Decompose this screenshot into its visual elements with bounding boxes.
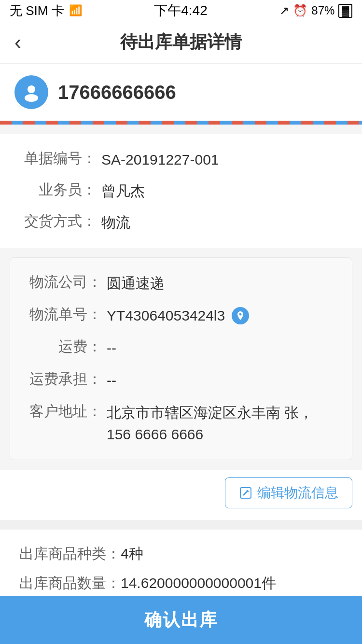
delivery-method-value: 物流	[97, 211, 343, 233]
customer-address-label: 客户地址：	[25, 402, 102, 421]
customer-card: 17666666666	[0, 64, 362, 121]
location-status-icon: ↗	[279, 4, 289, 17]
content-area: 17666666666 单据编号： SA-20191227-001 业务员： 曾…	[0, 64, 362, 644]
battery-icon: ▓	[338, 4, 352, 18]
carrier-text: 无 SIM 卡	[10, 2, 64, 19]
salesman-label: 业务员：	[19, 180, 97, 200]
freight-bearer-label: 运费承担：	[25, 369, 102, 389]
status-time: 下午4:42	[154, 1, 208, 20]
svg-point-0	[28, 85, 35, 93]
section-divider	[0, 520, 362, 530]
logistics-number-label: 物流单号：	[25, 305, 102, 324]
logistics-company-label: 物流公司：	[25, 272, 102, 292]
logistics-number-row: 物流单号： YT43064053424l3	[25, 305, 337, 326]
avatar	[14, 75, 48, 109]
order-id-row: 单据编号： SA-20191227-001	[19, 149, 343, 170]
salesman-value: 曾凡杰	[97, 180, 343, 202]
freight-value: --	[102, 337, 337, 359]
logistics-company-value: 圆通速递	[102, 272, 337, 294]
customer-address-value: 北京市市辖区海淀区永丰南 张，156 6666 6666	[102, 402, 337, 445]
status-left: 无 SIM 卡 📶	[10, 2, 82, 19]
order-info-section: 单据编号： SA-20191227-001 业务员： 曾凡杰 交货方式： 物流	[0, 134, 362, 248]
goods-quantity-label: 出库商品数量：	[19, 574, 121, 593]
customer-phone: 17666666666	[58, 82, 176, 103]
goods-quantity-row: 出库商品数量： 14.620000000000001件	[19, 574, 343, 593]
battery-text: 87%	[311, 4, 334, 17]
status-bar: 无 SIM 卡 📶 下午4:42 ↗ ⏰ 87% ▓	[0, 0, 362, 21]
edit-btn-row: 编辑物流信息	[0, 470, 362, 520]
goods-quantity-value: 14.620000000000001件	[121, 574, 276, 593]
dashed-divider	[0, 121, 362, 125]
page-title: 待出库单据详情	[120, 30, 242, 54]
location-pin-icon[interactable]	[232, 307, 249, 324]
customer-address-row: 客户地址： 北京市市辖区海淀区永丰南 张，156 6666 6666	[25, 402, 337, 445]
freight-row: 运费： --	[25, 337, 337, 359]
salesman-row: 业务员： 曾凡杰	[19, 180, 343, 202]
logistics-card: 物流公司： 圆通速递 物流单号： YT43064053424l3 运费： -- …	[10, 257, 352, 460]
status-right: ↗ ⏰ 87% ▓	[279, 4, 352, 18]
goods-types-row: 出库商品种类： 4种	[19, 544, 343, 564]
edit-logistics-button[interactable]: 编辑物流信息	[225, 477, 352, 508]
back-button[interactable]: ‹	[14, 32, 21, 53]
edit-logistics-label: 编辑物流信息	[257, 484, 338, 502]
alarm-icon: ⏰	[293, 4, 307, 17]
logistics-company-row: 物流公司： 圆通速递	[25, 272, 337, 294]
freight-bearer-value: --	[102, 369, 337, 391]
bottom-btn-wrap: 确认出库	[0, 596, 362, 644]
freight-bearer-row: 运费承担： --	[25, 369, 337, 391]
goods-types-value: 4种	[121, 544, 143, 564]
nav-bar: ‹ 待出库单据详情	[0, 21, 362, 64]
delivery-method-row: 交货方式： 物流	[19, 211, 343, 233]
order-id-label: 单据编号：	[19, 149, 97, 168]
delivery-method-label: 交货方式：	[19, 211, 97, 231]
freight-label: 运费：	[25, 337, 102, 357]
order-id-value: SA-20191227-001	[97, 149, 343, 170]
goods-types-label: 出库商品种类：	[19, 544, 121, 564]
svg-point-1	[25, 94, 38, 102]
wifi-icon: 📶	[69, 4, 82, 17]
logistics-number-value: YT43064053424l3	[102, 305, 337, 326]
confirm-outbound-button[interactable]: 确认出库	[144, 608, 218, 632]
